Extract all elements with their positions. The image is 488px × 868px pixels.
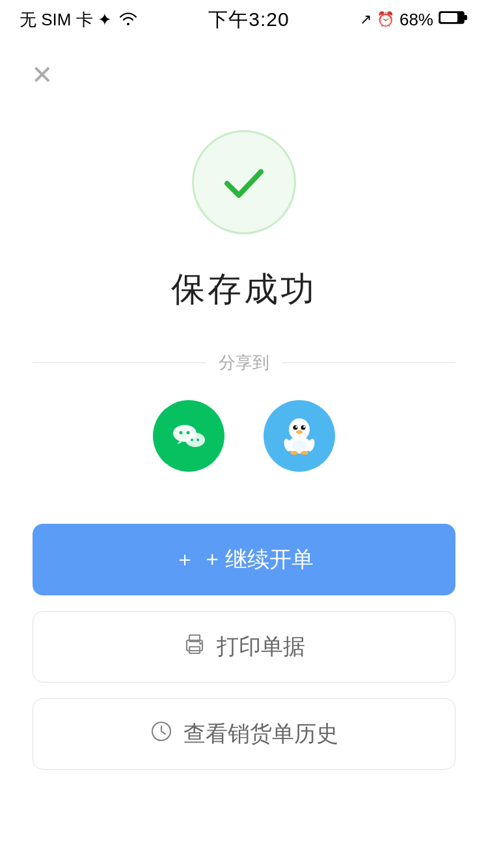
svg-point-13 [295,426,297,427]
sim-status: 无 SIM 卡 ✦ [20,8,112,31]
alarm-icon: ⏰ [377,11,394,28]
divider-right [282,362,455,363]
share-icons-row [153,400,335,472]
share-label: 分享到 [219,351,269,374]
main-content: 保存成功 分享到 [0,91,488,868]
svg-point-20 [292,440,306,452]
battery-percent: 68% [400,10,433,30]
clock-icon [150,720,173,748]
svg-point-14 [303,426,305,427]
svg-point-4 [185,433,205,447]
divider-left [33,362,206,363]
location-icon: ↗ [360,11,372,28]
view-history-button[interactable]: 查看销货单历史 [33,698,455,770]
battery-icon [439,10,468,30]
checkmark-icon [218,156,270,208]
share-wechat-button[interactable] [153,400,224,472]
svg-rect-2 [441,13,457,22]
svg-point-15 [296,430,303,434]
svg-point-16 [290,451,298,455]
svg-point-24 [199,642,202,645]
print-receipt-button[interactable]: 打印单据 [33,611,455,683]
wechat-icon [168,415,210,457]
close-button-area: ✕ [0,39,488,91]
svg-point-8 [197,439,199,441]
share-section-header: 分享到 [33,351,455,374]
plus-icon: ＋ [174,545,195,574]
svg-point-7 [191,439,193,441]
continue-order-label: + 继续开单 [206,545,313,575]
action-buttons: ＋ + 继续开单 打印单据 查看销货单历 [33,524,455,770]
status-time: 下午3:20 [208,7,289,33]
close-icon: ✕ [31,62,53,88]
status-left: 无 SIM 卡 ✦ [20,8,138,31]
close-button[interactable]: ✕ [26,59,59,91]
wifi-icon [118,10,138,30]
status-right: ↗ ⏰ 68% [360,10,468,30]
success-title: 保存成功 [171,267,317,312]
status-bar: 无 SIM 卡 ✦ 下午3:20 ↗ ⏰ 68% [0,0,488,39]
svg-point-5 [179,431,182,434]
continue-order-button[interactable]: ＋ + 继续开单 [33,524,455,595]
success-check-circle [192,130,296,234]
share-qq-button[interactable] [264,400,335,472]
view-history-label: 查看销货单历史 [183,719,338,749]
svg-point-17 [301,451,308,455]
qq-icon [278,415,321,457]
svg-point-6 [186,431,189,434]
svg-rect-1 [464,15,467,20]
printer-icon [183,632,206,661]
print-receipt-label: 打印单据 [217,632,305,662]
